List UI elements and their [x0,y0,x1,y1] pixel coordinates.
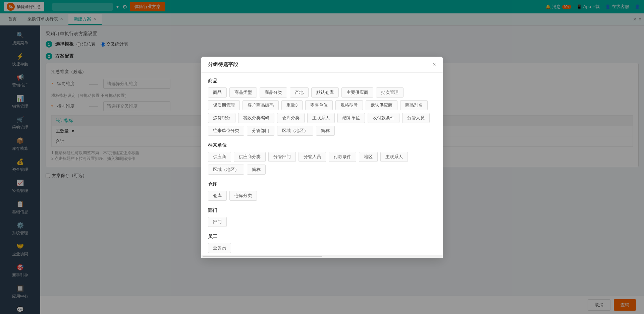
field-tags-3: 部门 [208,217,436,227]
field-tag-1-7[interactable]: 区域（地区） [208,165,244,175]
field-tag-0-7[interactable]: 保质期管理 [208,100,240,110]
field-tag-1-6[interactable]: 主联系人 [380,152,408,162]
modal-section-4: 员工业务员 [208,234,436,253]
scrollbar-thumb [203,256,322,257]
field-tag-0-23[interactable]: 区域（地区） [277,126,313,136]
field-tag-1-5[interactable]: 地区 [359,152,378,162]
field-tag-1-2[interactable]: 分管部门 [268,152,296,162]
section-title-0: 商品 [208,78,436,84]
field-tag-0-21[interactable]: 往来单位分类 [208,126,244,136]
field-tag-0-12[interactable]: 默认供应商 [366,100,397,110]
field-tag-0-20[interactable]: 分管人员 [402,113,430,123]
field-tags-0: 商品商品类型商品分类产地默认仓库主要供应商批次管理保质期管理客户商品编码重量3零… [208,87,436,136]
field-tag-0-0[interactable]: 商品 [208,87,227,98]
field-tag-4-0[interactable]: 业务员 [208,243,231,253]
horizontal-scrollbar[interactable] [201,255,443,257]
section-title-4: 员工 [208,234,436,240]
field-tag-1-8[interactable]: 简称 [247,165,266,175]
field-tag-0-24[interactable]: 简称 [316,126,335,136]
field-tags-1: 供应商供应商分类分管部门分管人员付款条件地区主联系人区域（地区）简称 [208,152,436,175]
field-tag-0-2[interactable]: 商品分类 [260,87,287,98]
field-tag-2-0[interactable]: 仓库 [208,191,227,201]
modal-header: 分组待选字段 × [201,57,443,73]
field-tag-1-4[interactable]: 付款条件 [329,152,356,162]
field-tag-0-19[interactable]: 收付款条件 [368,113,399,123]
modal-title: 分组待选字段 [208,61,238,68]
field-tag-0-5[interactable]: 主要供应商 [341,87,373,98]
modal-close-button[interactable]: × [432,61,436,67]
field-tag-0-16[interactable]: 仓库分类 [277,113,305,123]
section-title-3: 部门 [208,207,436,213]
field-tag-0-9[interactable]: 重量3 [281,100,303,110]
modal-section-1: 往来单位供应商供应商分类分管部门分管人员付款条件地区主联系人区域（地区）简称 [208,142,436,175]
field-tag-0-4[interactable]: 默认仓库 [311,87,339,98]
field-tag-0-17[interactable]: 主联系人 [307,113,335,123]
field-tag-0-6[interactable]: 批次管理 [376,87,404,98]
field-tag-3-0[interactable]: 部门 [208,217,227,227]
field-tag-1-3[interactable]: 分管人员 [299,152,326,162]
field-tag-0-14[interactable]: 炼货积分 [208,113,235,123]
field-tags-4: 业务员 [208,243,436,253]
field-tag-0-15[interactable]: 税收分类编码 [238,113,274,123]
field-tag-0-8[interactable]: 客户商品编码 [243,100,279,110]
modal-body: 商品商品商品类型商品分类产地默认仓库主要供应商批次管理保质期管理客户商品编码重量… [201,73,443,256]
field-tag-0-22[interactable]: 分管部门 [247,126,274,136]
field-tags-2: 仓库仓库分类 [208,191,436,201]
field-tag-0-11[interactable]: 规格型号 [335,100,363,110]
field-tag-0-1[interactable]: 商品类型 [229,87,257,98]
modal-overlay[interactable]: 分组待选字段 × 商品商品商品类型商品分类产地默认仓库主要供应商批次管理保质期管… [0,0,644,314]
field-tag-0-3[interactable]: 产地 [290,87,309,98]
section-title-1: 往来单位 [208,142,436,148]
section-title-2: 仓库 [208,181,436,187]
field-tag-2-1[interactable]: 仓库分类 [229,191,257,201]
field-tag-0-18[interactable]: 结算单位 [337,113,365,123]
modal-section-3: 部门部门 [208,207,436,227]
field-tag-1-0[interactable]: 供应商 [208,152,231,162]
field-tag-1-1[interactable]: 供应商分类 [234,152,266,162]
field-tag-0-10[interactable]: 零售单位 [305,100,333,110]
modal-section-2: 仓库仓库仓库分类 [208,181,436,201]
modal: 分组待选字段 × 商品商品商品类型商品分类产地默认仓库主要供应商批次管理保质期管… [201,57,443,258]
modal-section-0: 商品商品商品类型商品分类产地默认仓库主要供应商批次管理保质期管理客户商品编码重量… [208,78,436,136]
field-tag-0-13[interactable]: 商品别名 [400,100,428,110]
